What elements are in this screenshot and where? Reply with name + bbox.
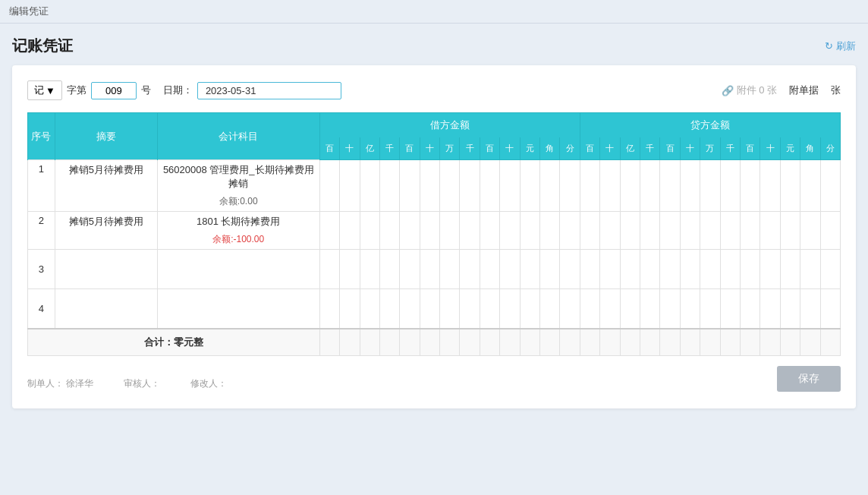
- row-3-c4[interactable]: [640, 250, 659, 289]
- row-2-c7[interactable]: [700, 212, 720, 250]
- row-3-c1[interactable]: [580, 250, 599, 289]
- row-1-d5[interactable]: [400, 160, 420, 212]
- row-1-c6[interactable]: [680, 160, 700, 212]
- row-4-d9[interactable]: [480, 289, 499, 329]
- row-1-d10[interactable]: [500, 160, 520, 212]
- row-4-account[interactable]: [157, 289, 319, 329]
- row-2-c10[interactable]: [760, 212, 780, 250]
- row-3-d13[interactable]: [560, 250, 580, 289]
- row-1-d8[interactable]: [460, 160, 480, 212]
- row-2-d6[interactable]: [420, 212, 439, 250]
- row-1-d12[interactable]: [540, 160, 560, 212]
- row-2-c12[interactable]: [800, 212, 820, 250]
- row-4-summary[interactable]: [55, 289, 157, 329]
- date-input[interactable]: [197, 82, 341, 99]
- row-2-d10[interactable]: [500, 212, 520, 250]
- row-1-d7[interactable]: [440, 160, 460, 212]
- row-3-c2[interactable]: [600, 250, 620, 289]
- row-4-d10[interactable]: [500, 289, 520, 329]
- voucher-type-button[interactable]: 记 ▼: [27, 80, 62, 100]
- row-3-c9[interactable]: [740, 250, 760, 289]
- row-3-c5[interactable]: [660, 250, 680, 289]
- row-4-d5[interactable]: [400, 289, 420, 329]
- row-4-d12[interactable]: [540, 289, 560, 329]
- row-1-c13[interactable]: [820, 160, 841, 212]
- row-1-d6[interactable]: [420, 160, 439, 212]
- row-3-d12[interactable]: [540, 250, 560, 289]
- row-3-account[interactable]: [157, 250, 319, 289]
- row-1-summary[interactable]: 摊销5月待摊费用: [55, 160, 157, 212]
- row-3-d5[interactable]: [400, 250, 420, 289]
- row-4-c2[interactable]: [600, 289, 620, 329]
- row-3-d10[interactable]: [500, 250, 520, 289]
- row-4-d1[interactable]: [319, 289, 339, 329]
- row-3-summary[interactable]: [55, 250, 157, 289]
- row-2-c8[interactable]: [720, 212, 740, 250]
- row-1-d2[interactable]: [340, 160, 360, 212]
- attachment-link[interactable]: 🔗 附件 0 张: [722, 84, 777, 97]
- row-2-d12[interactable]: [540, 212, 560, 250]
- row-2-c11[interactable]: [780, 212, 800, 250]
- row-4-d8[interactable]: [460, 289, 480, 329]
- row-3-d8[interactable]: [460, 250, 480, 289]
- row-1-c7[interactable]: [700, 160, 720, 212]
- row-3-c6[interactable]: [680, 250, 700, 289]
- row-1-account[interactable]: 56020008 管理费用_长期待摊费用摊销 余额:0.00: [157, 160, 319, 212]
- row-2-d13[interactable]: [560, 212, 580, 250]
- row-4-d6[interactable]: [420, 289, 439, 329]
- row-2-d11[interactable]: [520, 212, 539, 250]
- row-1-c11[interactable]: [780, 160, 800, 212]
- row-2-c4[interactable]: [640, 212, 659, 250]
- row-3-d9[interactable]: [480, 250, 499, 289]
- row-4-d7[interactable]: [440, 289, 460, 329]
- row-3-d4[interactable]: [379, 250, 399, 289]
- row-2-c3[interactable]: [620, 212, 640, 250]
- row-4-c11[interactable]: [780, 289, 800, 329]
- row-3-c11[interactable]: [780, 250, 800, 289]
- row-2-c9[interactable]: [740, 212, 760, 250]
- row-2-d2[interactable]: [340, 212, 360, 250]
- row-1-d11[interactable]: [520, 160, 539, 212]
- row-3-d3[interactable]: [360, 250, 379, 289]
- row-3-c7[interactable]: [700, 250, 720, 289]
- row-1-d4[interactable]: [379, 160, 399, 212]
- row-1-d9[interactable]: [480, 160, 499, 212]
- row-3-c12[interactable]: [800, 250, 820, 289]
- row-2-c13[interactable]: [820, 212, 841, 250]
- row-4-c10[interactable]: [760, 289, 780, 329]
- voucher-number-input[interactable]: [91, 82, 137, 99]
- row-2-c2[interactable]: [600, 212, 620, 250]
- row-2-d5[interactable]: [400, 212, 420, 250]
- row-4-c12[interactable]: [800, 289, 820, 329]
- row-3-c13[interactable]: [820, 250, 841, 289]
- row-1-d3[interactable]: [360, 160, 379, 212]
- row-4-d3[interactable]: [360, 289, 379, 329]
- row-2-c6[interactable]: [680, 212, 700, 250]
- row-1-c1[interactable]: [580, 160, 599, 212]
- row-1-c10[interactable]: [760, 160, 780, 212]
- row-4-d4[interactable]: [379, 289, 399, 329]
- row-2-d1[interactable]: [319, 212, 339, 250]
- row-4-d13[interactable]: [560, 289, 580, 329]
- row-1-c9[interactable]: [740, 160, 760, 212]
- refresh-button[interactable]: ↻ 刷新: [825, 39, 856, 53]
- row-1-c5[interactable]: [660, 160, 680, 212]
- row-2-d9[interactable]: [480, 212, 499, 250]
- row-3-d1[interactable]: [319, 250, 339, 289]
- save-button[interactable]: 保存: [777, 366, 841, 392]
- row-2-d7[interactable]: [440, 212, 460, 250]
- row-2-account[interactable]: 1801 长期待摊费用 余额:-100.00: [157, 212, 319, 250]
- row-3-c10[interactable]: [760, 250, 780, 289]
- row-4-c3[interactable]: [620, 289, 640, 329]
- slip-button[interactable]: 附单据: [789, 84, 819, 97]
- row-1-c8[interactable]: [720, 160, 740, 212]
- row-2-d4[interactable]: [379, 212, 399, 250]
- row-3-c8[interactable]: [720, 250, 740, 289]
- row-2-d3[interactable]: [360, 212, 379, 250]
- row-3-d11[interactable]: [520, 250, 539, 289]
- row-1-c12[interactable]: [800, 160, 820, 212]
- row-2-c5[interactable]: [660, 212, 680, 250]
- row-3-d7[interactable]: [440, 250, 460, 289]
- row-4-c9[interactable]: [740, 289, 760, 329]
- row-3-d2[interactable]: [340, 250, 360, 289]
